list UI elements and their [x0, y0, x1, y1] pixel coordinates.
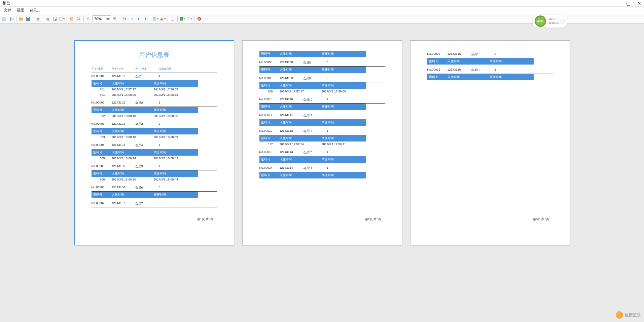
window-title: 预览	[3, 1, 10, 6]
user-block: No.0000812143108会员83密码号入住时间离开时间	[259, 59, 385, 73]
email-button[interactable]	[186, 16, 192, 22]
svg-rect-11	[47, 19, 48, 21]
next-page-button[interactable]	[136, 16, 142, 22]
thumbnail-button[interactable]	[1, 16, 7, 22]
sub-row: 8022017/3/1 18:08:102017/3/1 18:08:36	[92, 113, 198, 119]
watermark: 创新互联	[616, 311, 641, 319]
sub-header: 密码号入住时间离开时间	[92, 80, 198, 87]
print-button[interactable]	[35, 16, 41, 22]
svg-point-13	[55, 19, 57, 21]
multi-page-button[interactable]	[153, 16, 159, 22]
title-bar: 预览 — ▢ ✕	[0, 0, 644, 7]
user-row: No.0001312143113会员131	[259, 149, 385, 156]
prev-page-button[interactable]	[129, 16, 135, 22]
user-block: No.0000512143105会员51密码号入住时间离开时间8062017/3…	[92, 163, 217, 182]
sub-header: 密码号入住时间离开时间	[92, 149, 198, 156]
speed-percent-icon: 44%	[535, 15, 546, 27]
user-block: No.0000712143107会员7	[92, 200, 217, 207]
user-row: No.0000712143107会员7	[92, 200, 217, 207]
user-row: No.0001412143114会员141	[259, 165, 385, 172]
sub-header: 密码号入住时间离开时间	[259, 172, 366, 178]
svg-rect-24	[153, 17, 154, 20]
user-block: No.0000912143109会员92密码号入住时间离开时间8082017/3…	[259, 75, 385, 94]
user-row: No.0000312143103会员32	[92, 121, 217, 128]
close-preview-button[interactable]	[196, 16, 202, 22]
sub-header: 密码号入住时间离开时间	[259, 156, 366, 163]
preview-area[interactable]: 用户信息表用户编号用户卡号用户姓名添加时间No.0000112143101会员1…	[0, 24, 644, 322]
zoom-tool-button[interactable]	[76, 16, 82, 22]
close-button[interactable]: ✕	[637, 1, 641, 6]
sub-header: 密码号入住时间离开时间	[259, 51, 366, 57]
svg-rect-4	[12, 18, 13, 19]
user-block: No.0000312143103会员32密码号入住时间离开时间8032017/3…	[92, 121, 217, 140]
sub-row: 8012017/3/1 17:57:272017/3/1 17:58:05	[92, 87, 198, 92]
sub-header: 密码号入住时间离开时间	[259, 82, 366, 89]
minimize-button[interactable]: —	[615, 1, 619, 6]
user-row: No.0000112143101会员14	[92, 73, 217, 80]
export-button[interactable]	[59, 16, 65, 22]
page-footer: 第3页 共3页	[533, 217, 549, 222]
menu-background[interactable]: 背景...	[27, 7, 43, 13]
color-button[interactable]	[160, 16, 166, 22]
speed-dots-icon[interactable]: ⋮	[560, 19, 565, 24]
user-block: No.0000112143101会员14密码号入住时间离开时间8012017/3…	[92, 73, 217, 97]
user-block: No.0001412143114会员141密码号入住时间离开时间	[259, 165, 385, 178]
svg-line-16	[79, 19, 80, 20]
user-row: No.0000612143106会员60	[92, 184, 217, 192]
user-block: No.0000212143102会员21密码号入住时间离开时间8022017/3…	[92, 99, 217, 119]
svg-rect-8	[37, 17, 39, 18]
page-1[interactable]: 用户信息表用户编号用户卡号用户姓名添加时间No.0000112143101会员1…	[74, 40, 234, 245]
user-block: No.0000412143104会员41密码号入住时间离开时间8052017/3…	[92, 142, 217, 161]
user-row: No.0000412143104会员41	[92, 142, 217, 149]
sub-row: 8032017/3/1 18:08:182017/3/1 18:08:39	[92, 134, 198, 140]
zoom-in-button[interactable]	[112, 16, 118, 22]
sub-row: 8082017/3/1 17:57:472017/3/1 17:58:08	[259, 89, 366, 94]
menu-view[interactable]: 视图	[14, 7, 27, 13]
last-page-button[interactable]	[143, 16, 149, 22]
user-block: 密码号入住时间离开时间	[259, 51, 385, 57]
svg-rect-3	[4, 19, 6, 20]
sub-row: 8052017/3/1 18:08:242017/3/1 18:08:42	[92, 156, 198, 161]
page-3[interactable]: No.0001512143115会员150密码号入住时间离开时间No.00016…	[410, 40, 570, 245]
user-block: No.0001212143112会员121密码号入住时间离开时间8172017/…	[259, 128, 385, 147]
user-block: No.0000612143106会员60密码号入住时间离开时间	[92, 184, 217, 198]
sub-row: 8172017/3/1 17:57:542017/3/1 17:58:11	[259, 142, 366, 147]
svg-line-19	[89, 19, 90, 20]
svg-rect-9	[37, 19, 39, 21]
first-page-button[interactable]	[122, 16, 128, 22]
menu-file[interactable]: 文件	[1, 7, 14, 13]
svg-line-23	[115, 19, 117, 20]
watermark-logo-icon	[616, 311, 623, 319]
watermark-button[interactable]	[170, 16, 176, 22]
speed-widget: 44% ↑ 0K/s ↓ 0.06K/s ⋮	[533, 15, 567, 28]
main-headers: 用户编号用户卡号用户姓名添加时间	[92, 66, 217, 73]
open-button[interactable]	[18, 16, 24, 22]
user-row: No.0000812143108会员83	[259, 59, 385, 67]
sub-header: 密码号入住时间离开时间	[92, 192, 198, 198]
svg-rect-25	[155, 17, 156, 20]
user-row: No.0001112143111会员110	[259, 112, 385, 119]
print-copy-button[interactable]	[45, 16, 51, 22]
svg-rect-2	[4, 17, 6, 18]
zoom-select[interactable]: 70%	[93, 15, 111, 22]
find-button[interactable]	[8, 16, 14, 22]
save-button[interactable]	[25, 16, 31, 22]
maximize-button[interactable]: ▢	[626, 1, 631, 6]
sub-header: 密码号入住时间离开时间	[92, 107, 198, 113]
svg-rect-0	[2, 17, 4, 18]
sub-header: 密码号入住时间离开时间	[259, 104, 366, 110]
user-row: No.0000212143102会员21	[92, 99, 217, 107]
sub-header: 密码号入住时间离开时间	[92, 128, 198, 134]
sub-row: 8062017/3/1 18:08:302017/3/1 18:08:44	[92, 177, 198, 182]
user-block: No.0001512143115会员150密码号入住时间离开时间	[427, 51, 553, 65]
page-2[interactable]: 密码号入住时间离开时间No.0000812143108会员83密码号入住时间离开…	[242, 40, 402, 245]
page-setup-button[interactable]	[52, 16, 58, 22]
zoom-out-button[interactable]	[85, 16, 92, 22]
sub-header: 密码号入住时间离开时间	[427, 58, 534, 65]
user-block: No.0001312143113会员131密码号入住时间离开时间	[259, 149, 385, 163]
sub-header: 密码号入住时间离开时间	[259, 119, 366, 126]
page-footer: 第1页 共3页	[197, 217, 214, 222]
svg-point-15	[77, 17, 79, 19]
hand-tool-button[interactable]	[69, 16, 75, 22]
export-excel-button[interactable]	[179, 16, 185, 22]
